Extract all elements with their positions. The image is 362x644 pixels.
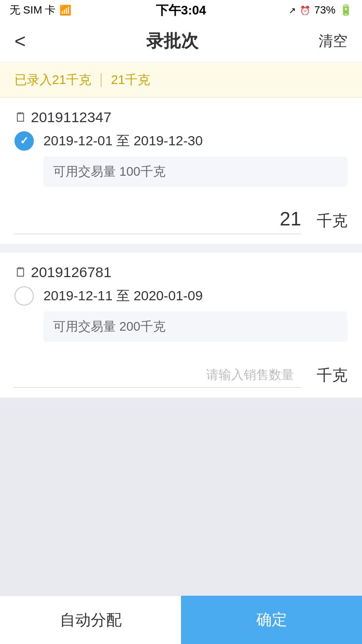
alarm-icon (300, 4, 310, 16)
batch1-qty-row: 21 千克 (0, 198, 362, 244)
batch2-doc-icon: 🗒 (14, 265, 27, 280)
batch1-id: 2019112347 (31, 109, 111, 126)
batch1-content: 🗒 2019112347 2019-12-01 至 2019-12-30 可用交… (0, 98, 362, 198)
carrier-text: 无 SIM 卡 (10, 3, 56, 17)
batch1-unit: 千克 (317, 210, 348, 232)
batch2-item: 🗒 2019126781 2019-12-11 至 2020-01-09 可用交… (14, 264, 348, 342)
page-title: 录批次 (146, 29, 198, 53)
info-label: 已录入21千克 (14, 71, 91, 88)
batch1-card: 🗒 2019112347 2019-12-01 至 2019-12-30 可用交… (0, 98, 362, 244)
batch2-date: 2019-12-11 至 2020-01-09 (43, 287, 203, 305)
batch1-qty-value: 21 (280, 208, 302, 230)
batch1-radio[interactable] (14, 131, 34, 151)
batch2-unit: 千克 (317, 365, 348, 386)
auto-distribute-button[interactable]: 自动分配 (0, 596, 181, 644)
location-icon (289, 4, 296, 16)
batch1-date-row[interactable]: 2019-12-01 至 2019-12-30 (14, 131, 348, 151)
batch1-avail: 可用交易量 100千克 (43, 156, 348, 187)
confirm-button[interactable]: 确定 (181, 596, 362, 644)
batch2-card: 🗒 2019126781 2019-12-11 至 2020-01-09 可用交… (0, 252, 362, 397)
batch1-item: 🗒 2019112347 2019-12-01 至 2019-12-30 可用交… (14, 109, 348, 187)
batch2-date-row[interactable]: 2019-12-11 至 2020-01-09 (14, 286, 348, 306)
status-right: 73% 🔋 (289, 4, 352, 16)
batch2-id: 2019126781 (31, 264, 111, 280)
batch1-header: 🗒 2019112347 (14, 109, 348, 126)
battery-icon: 🔋 (339, 4, 352, 16)
batch1-doc-icon: 🗒 (14, 110, 27, 125)
nav-bar: < 录批次 清空 (0, 20, 362, 63)
section-gap-1 (0, 245, 362, 252)
batch2-qty-input[interactable] (205, 363, 301, 383)
wifi-icon (59, 4, 71, 16)
status-time: 下午3:04 (156, 2, 206, 19)
batch2-qty-row: 千克 (0, 353, 362, 397)
battery-text: 73% (314, 4, 335, 16)
batch1-date: 2019-12-01 至 2019-12-30 (43, 132, 203, 150)
status-bar: 无 SIM 卡 下午3:04 73% 🔋 (0, 0, 362, 20)
batch2-radio[interactable] (14, 286, 34, 306)
status-left: 无 SIM 卡 (10, 3, 71, 17)
bottom-bar: 自动分配 确定 (0, 596, 362, 644)
batch2-avail: 可用交易量 200千克 (43, 311, 348, 342)
info-banner: 已录入21千克 21千克 (0, 63, 362, 98)
info-value: 21千克 (111, 71, 150, 88)
batch2-content: 🗒 2019126781 2019-12-11 至 2020-01-09 可用交… (0, 252, 362, 353)
batch2-header: 🗒 2019126781 (14, 264, 348, 280)
info-divider (101, 73, 101, 87)
clear-button[interactable]: 清空 (319, 31, 348, 51)
back-button[interactable]: < (14, 30, 26, 52)
